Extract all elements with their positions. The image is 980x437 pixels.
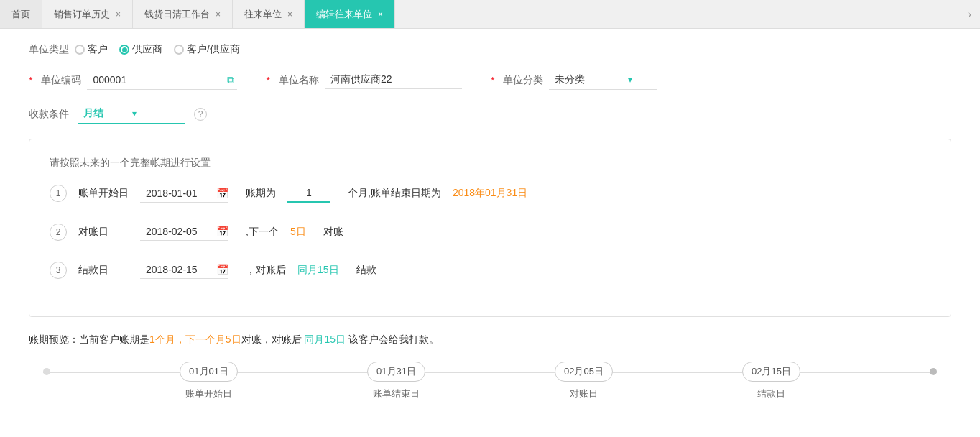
payment-condition-label: 收款条件: [29, 108, 69, 121]
preview-middle: 对账，对账后: [241, 334, 302, 345]
tab-sales-history-label: 销售订单历史: [54, 8, 110, 21]
calendar-icon-3[interactable]: 📅: [216, 264, 228, 275]
row2-desc-prefix: ,下一个: [246, 226, 279, 239]
calendar-icon-1[interactable]: 📅: [216, 188, 228, 199]
radio-customer-supplier-label: 客户/供应商: [187, 43, 240, 56]
unit-type-label: 单位类型: [29, 43, 69, 56]
setting-row-3: 3 结款日 📅 ，对账后同月15日结款: [50, 261, 930, 279]
tab-sales-history[interactable]: 销售订单历史 ×: [42, 0, 133, 29]
unit-category-select[interactable]: 未分类 ▾: [549, 70, 657, 90]
preview-part1: 1个月，: [149, 334, 185, 345]
unit-category-value: 未分类: [555, 73, 585, 86]
tab-expand-button[interactable]: ›: [959, 8, 980, 21]
unit-code-input[interactable]: [87, 74, 224, 86]
timeline-badge-4: 02月15日: [742, 362, 800, 382]
tab-partner-unit-label: 往来单位: [244, 8, 282, 21]
timeline-item-2: 01月31日 账单结束日: [367, 362, 425, 400]
unit-type-field: 单位类型 客户 供应商 客户/供应商: [29, 43, 240, 56]
unit-category-field: * 单位分类 未分类 ▾: [491, 70, 657, 90]
unit-category-chevron-icon: ▾: [628, 75, 632, 85]
payment-condition-chevron-icon: ▾: [132, 109, 137, 119]
tab-cash-work[interactable]: 钱货日清工作台 ×: [133, 0, 233, 29]
timeline-start-dot: [43, 368, 50, 375]
tab-cash-work-close[interactable]: ×: [216, 9, 221, 19]
date-field-3[interactable]: [140, 264, 212, 275]
setting-label-1: 账单开始日: [78, 187, 129, 200]
tab-edit-partner-label: 编辑往来单位: [316, 8, 372, 21]
timeline-badge-1: 01月01日: [180, 362, 238, 382]
radio-supplier-circle: [119, 45, 129, 55]
timeline-end: [930, 362, 937, 400]
timeline: 01月01日 账单开始日 01月31日 账单结束日 02月05日 对账日 02月…: [29, 362, 951, 400]
radio-supplier[interactable]: 供应商: [119, 43, 162, 56]
timeline-badge-2: 01月31日: [367, 362, 425, 382]
radio-supplier-label: 供应商: [132, 43, 162, 56]
timeline-item-3: 02月05日 对账日: [555, 362, 613, 400]
copy-icon[interactable]: ⧉: [224, 74, 237, 86]
radio-customer-circle: [75, 45, 85, 55]
tab-bar: 首页 销售订单历史 × 钱货日清工作台 × 往来单位 × 编辑往来单位 × ›: [0, 0, 980, 29]
radio-customer-label: 客户: [88, 43, 108, 56]
date-input-3: 📅: [140, 261, 228, 279]
timeline-item-1: 01月01日 账单开始日: [180, 362, 238, 400]
timeline-sublabel-3: 对账日: [570, 387, 598, 400]
timeline-end-dot: [930, 368, 937, 375]
unit-code-required: *: [29, 75, 32, 86]
preview-prefix: 账期预览：当前客户账期是: [29, 334, 149, 345]
row3-desc-suffix: 结款: [356, 264, 376, 277]
tab-home-label: 首页: [11, 8, 30, 21]
settings-title: 请按照未来的一个完整帐期进行设置: [50, 157, 930, 170]
payment-condition-value: 月结: [83, 107, 103, 120]
main-content: 单位类型 客户 供应商 客户/供应商 * 单位编码: [0, 29, 980, 437]
timeline-item-4: 02月15日 结款日: [742, 362, 800, 400]
tab-home[interactable]: 首页: [0, 0, 42, 29]
date-input-1: 📅: [140, 185, 228, 203]
date-input-2: 📅: [140, 223, 228, 241]
tab-partner-unit[interactable]: 往来单位 ×: [233, 0, 305, 29]
radio-customer-supplier[interactable]: 客户/供应商: [174, 43, 240, 56]
calendar-icon-2[interactable]: 📅: [216, 226, 228, 237]
payment-condition-select[interactable]: 月结 ▾: [78, 104, 185, 124]
unit-code-input-group: ⧉: [87, 71, 237, 90]
unit-code-label: 单位编码: [41, 74, 81, 87]
unit-name-required: *: [266, 75, 269, 86]
date-field-1[interactable]: [140, 188, 212, 199]
radio-customer[interactable]: 客户: [75, 43, 108, 56]
timeline-items: 01月01日 账单开始日 01月31日 账单结束日 02月05日 对账日 02月…: [43, 362, 937, 400]
settings-card: 请按照未来的一个完整帐期进行设置 1 账单开始日 📅 账期为 个月,账单结束日期…: [29, 139, 951, 317]
tab-partner-unit-close[interactable]: ×: [287, 9, 292, 19]
preview-suffix: 该客户会给我打款。: [348, 334, 439, 345]
unit-info-row: * 单位编码 ⧉ * 单位名称 * 单位分类 未分类 ▾: [29, 70, 951, 90]
date-field-2[interactable]: [140, 226, 212, 237]
period-unit: 个月,账单结束日期为: [348, 187, 441, 200]
period-input[interactable]: [287, 184, 330, 203]
tab-edit-partner[interactable]: 编辑往来单位 ×: [305, 0, 395, 29]
timeline-sublabel-2: 账单结束日: [373, 387, 420, 400]
setting-number-1: 1: [50, 185, 67, 202]
help-icon[interactable]: ?: [194, 108, 207, 121]
setting-label-3: 结款日: [78, 264, 129, 277]
preview-part2: 下一个月5日: [185, 334, 241, 345]
row2-highlight: 5日: [290, 226, 306, 239]
row3-desc-prefix: ，对账后: [246, 264, 286, 277]
unit-category-label: 单位分类: [503, 74, 543, 87]
tab-edit-partner-close[interactable]: ×: [378, 9, 383, 19]
unit-name-field: * 单位名称: [266, 71, 461, 89]
tab-cash-work-label: 钱货日清工作台: [144, 8, 210, 21]
unit-name-label: 单位名称: [279, 74, 319, 87]
unit-type-radio-group: 客户 供应商 客户/供应商: [75, 43, 240, 56]
unit-name-input[interactable]: [325, 71, 462, 89]
tab-sales-history-close[interactable]: ×: [116, 9, 121, 19]
setting-number-3: 3: [50, 262, 67, 279]
setting-row-1: 1 账单开始日 📅 账期为 个月,账单结束日期为 2018年01月31日: [50, 184, 930, 203]
row2-desc-suffix: 对账: [323, 226, 343, 239]
timeline-badge-3: 02月05日: [555, 362, 613, 382]
unit-category-required: *: [491, 75, 494, 86]
timeline-sublabel-1: 账单开始日: [185, 387, 232, 400]
unit-code-field: * 单位编码 ⧉: [29, 71, 237, 90]
timeline-sublabel-4: 结款日: [757, 387, 785, 400]
preview-section: 账期预览：当前客户账期是1个月，下一个月5日对账，对账后 同月15日 该客户会给…: [29, 331, 951, 400]
setting-label-2: 对账日: [78, 226, 129, 239]
row3-highlight: 同月15日: [297, 264, 339, 277]
payment-condition-row: 收款条件 月结 ▾ ?: [29, 104, 951, 124]
